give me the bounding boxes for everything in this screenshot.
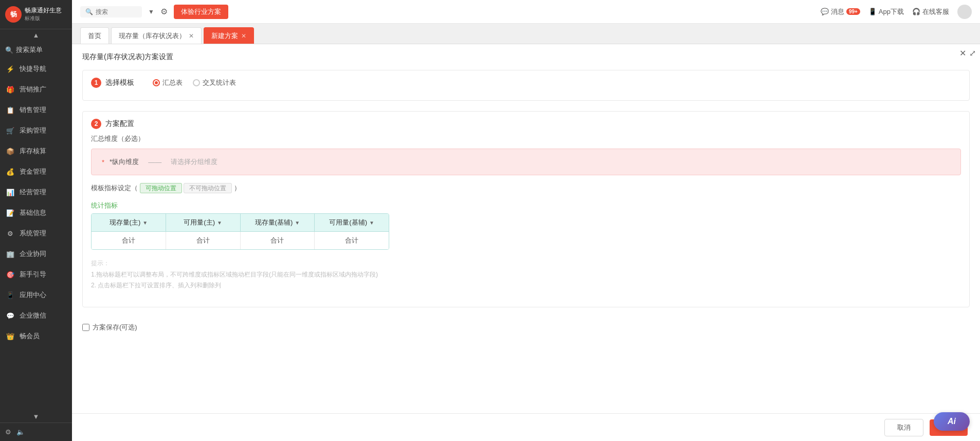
tab-new-plan[interactable]: 新建方案 ✕	[204, 27, 254, 44]
stats-col-4-label: 可用量(基辅)	[329, 218, 367, 227]
tab-inventory-label: 现存量（库存状况表）	[119, 31, 186, 41]
sidebar-item-sales[interactable]: 📋 销售管理	[0, 100, 72, 120]
stats-col-4[interactable]: 可用量(基辅) ▼	[315, 214, 389, 231]
sidebar-item-app-center[interactable]: 📱 应用中心	[0, 285, 72, 305]
tab-inventory[interactable]: 现存量（库存状况表） ✕	[111, 27, 202, 44]
app-download-item[interactable]: 📱 App下载	[868, 7, 904, 16]
online-service-item[interactable]: 🎧 在线客服	[912, 7, 949, 16]
step1-header: 1 选择模板 汇总表 交叉统计表	[91, 78, 961, 88]
base-info-icon: 📝	[5, 208, 15, 218]
sidebar-item-operations[interactable]: 📊 经营管理	[0, 182, 72, 203]
sidebar-item-label: 新手引导	[20, 270, 46, 279]
step2-header: 2 方案配置	[91, 119, 961, 129]
radio-cross-label: 交叉统计表	[203, 78, 236, 87]
sidebar-item-inventory[interactable]: 📦 库存核算	[0, 141, 72, 161]
tab-home-label: 首页	[88, 31, 101, 41]
tab-new-plan-close[interactable]: ✕	[241, 32, 246, 40]
message-item[interactable]: 💬 消息 99+	[821, 7, 860, 16]
radio-cross[interactable]: 交叉统计表	[193, 78, 236, 87]
expand-window-button[interactable]: ⤢	[969, 48, 976, 58]
sidebar-scroll-down[interactable]: ▼	[0, 411, 72, 422]
sidebar-item-finance[interactable]: 💰 资金管理	[0, 161, 72, 182]
sidebar-item-base-info[interactable]: 📝 基础信息	[0, 203, 72, 223]
template-radio-group: 汇总表 交叉统计表	[153, 78, 236, 87]
speaker-icon[interactable]: 🔈	[16, 428, 25, 436]
stats-col-3[interactable]: 现存量(基辅) ▼	[241, 214, 315, 231]
settings-bottom-icon[interactable]: ⚙	[5, 428, 11, 436]
sidebar-item-system[interactable]: ⚙ 系统管理	[0, 223, 72, 244]
col-3-dropdown-icon[interactable]: ▼	[295, 220, 300, 226]
avatar[interactable]	[957, 5, 972, 19]
save-plan-checkbox[interactable]	[82, 324, 89, 331]
col-2-dropdown-icon[interactable]: ▼	[217, 220, 222, 226]
tab-inventory-close[interactable]: ✕	[189, 32, 194, 40]
tab-new-plan-label: 新建方案	[211, 31, 238, 41]
app-download-icon: 📱	[868, 8, 877, 15]
sidebar-item-label: 畅会员	[20, 332, 40, 341]
col-1-dropdown-icon[interactable]: ▼	[142, 220, 148, 226]
ai-fab-button[interactable]: Ai	[934, 412, 970, 431]
step2-num: 2	[91, 119, 101, 129]
stats-col-1[interactable]: 现存量(主) ▼	[92, 214, 166, 231]
step1-title: 选择模板	[105, 78, 134, 87]
sidebar-search-label: 搜索菜单	[16, 45, 43, 54]
radio-summary[interactable]: 汇总表	[153, 78, 183, 87]
sales-icon: 📋	[5, 105, 15, 115]
sidebar-item-marketing[interactable]: 🎁 营销推广	[0, 79, 72, 100]
topbar-dropdown[interactable]: ▼	[148, 8, 154, 15]
chevron-down-icon: ▼	[148, 8, 154, 15]
topbar-right: 💬 消息 99+ 📱 App下载 🎧 在线客服	[821, 5, 972, 19]
sidebar-item-label: 销售管理	[20, 105, 46, 115]
stats-col-2[interactable]: 可用量(主) ▼	[166, 214, 241, 231]
tip-1: 1.拖动标题栏可以调整布局，不可跨维度或指标区域拖动栏目字段(只能在同一维度或指…	[91, 269, 961, 281]
sidebar-item-purchase[interactable]: 🛒 采购管理	[0, 120, 72, 141]
message-badge: 99+	[846, 8, 860, 15]
tab-home[interactable]: 首页	[80, 27, 109, 44]
radio-cross-circle	[193, 79, 200, 86]
step1-num: 1	[91, 78, 101, 88]
online-service-label: 在线客服	[922, 7, 949, 16]
sidebar-item-member[interactable]: 👑 畅会员	[0, 326, 72, 346]
app-download-label: App下载	[879, 7, 904, 16]
stats-section-title: 统计指标	[91, 201, 961, 210]
sidebar-item-label: 企业协同	[20, 249, 46, 259]
tip-2: 2. 点击标题栏下拉可设置排序、插入列和删除列	[91, 280, 961, 291]
logo-icon: 畅	[5, 6, 22, 23]
finance-icon: 💰	[5, 167, 15, 177]
vertical-dim-field[interactable]: * *纵向维度 —— 请选择分组维度	[91, 149, 961, 175]
topbar-settings-icon[interactable]: ⚙	[160, 7, 168, 16]
stats-table-header: 现存量(主) ▼ 可用量(主) ▼ 现存量(基辅) ▼ 可用量(基辅)	[92, 214, 389, 232]
sidebar-item-wechat[interactable]: 💬 企业微信	[0, 305, 72, 326]
ai-fab-label: Ai	[948, 417, 956, 426]
tabbar: 首页 现存量（库存状况表） ✕ 新建方案 ✕	[72, 24, 980, 44]
footer-bar: 取消 查询	[72, 413, 980, 441]
app-logo: 畅 畅康通好生意 标准版	[0, 0, 72, 29]
topbar-search-box[interactable]: 🔍	[80, 6, 142, 17]
sidebar-scroll-up[interactable]: ▲	[0, 29, 72, 41]
radio-summary-circle	[153, 79, 160, 86]
sidebar-search[interactable]: 🔍 搜索菜单	[0, 41, 72, 59]
stats-col-3-label: 现存量(基辅)	[255, 218, 293, 227]
step2-title: 方案配置	[105, 119, 134, 128]
close-window-button[interactable]: ✕	[959, 48, 966, 58]
step2-block: 2 方案配置 汇总维度（必选） * *纵向维度 —— 请选择分组维度 模板指标设…	[82, 111, 970, 307]
app-name: 畅康通好生意	[25, 7, 62, 15]
sidebar-item-newbie[interactable]: 🎯 新手引导	[0, 264, 72, 285]
sidebar-item-enterprise[interactable]: 🏢 企业协同	[0, 244, 72, 264]
trial-plan-button[interactable]: 体验行业方案	[174, 5, 228, 19]
topbar-search-input[interactable]	[96, 8, 137, 15]
tips-block: 提示： 1.拖动标题栏可以调整布局，不可跨维度或指标区域拖动栏目字段(只能在同一…	[91, 258, 961, 291]
stats-table-body: 合计 合计 合计 合计	[92, 232, 389, 249]
save-plan-label: 方案保存(可选)	[93, 323, 137, 332]
window-controls: ✕ ⤢	[959, 48, 976, 58]
col-4-dropdown-icon[interactable]: ▼	[369, 220, 374, 226]
indicator-settings-suffix: ）	[234, 184, 241, 192]
operations-icon: 📊	[5, 187, 15, 197]
sidebar-item-quick-nav[interactable]: ⚡ 快捷导航	[0, 59, 72, 79]
sidebar-item-label: 应用中心	[20, 290, 46, 300]
app-edition: 标准版	[25, 15, 62, 22]
field-dash: ——	[148, 158, 161, 166]
cancel-button[interactable]: 取消	[884, 419, 923, 436]
sidebar-item-label: 基础信息	[20, 208, 46, 217]
indicator-settings: 模板指标设定（ 可拖动位置 不可拖动位置 ）	[91, 183, 961, 193]
